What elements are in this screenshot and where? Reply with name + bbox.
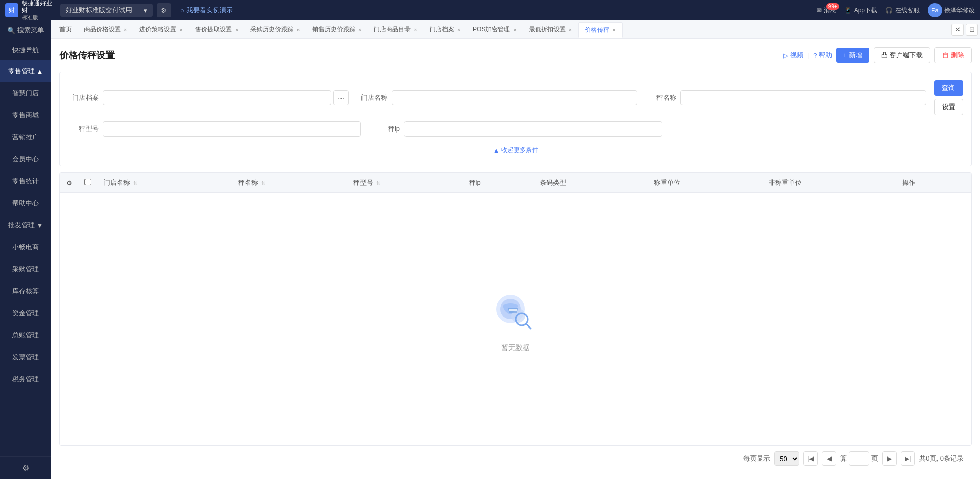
scale-name-field: 秤名称 — [646, 90, 926, 105]
tab-store-archive[interactable]: 门店档案 × — [423, 22, 466, 37]
video-link[interactable]: ▷ 视频 — [783, 51, 803, 60]
sidebar-item-purchase-mgmt[interactable]: 采购管理 — [0, 258, 51, 280]
tab-bar: 首页 商品价格设置 × 进价策略设置 × 售价提取设置 × 采购历史价跟踪 × — [51, 20, 980, 39]
scale-name-label: 秤名称 — [646, 93, 676, 102]
store-archive-label: 门店档案 — [68, 93, 99, 102]
page-title: 价格传秤设置 — [59, 49, 115, 61]
sidebar-item-member-center[interactable]: 会员中心 — [0, 148, 51, 170]
message-icon: ✉ — [817, 7, 822, 14]
col-scale-model[interactable]: 秤型号 ⇅ — [347, 173, 462, 193]
download-btn[interactable]: 凸 客户端下载 — [874, 47, 931, 63]
help-link[interactable]: ? 帮助 — [813, 51, 832, 60]
store-name-field: 门店名称 — [357, 90, 637, 105]
tab-sale-price[interactable]: 售价提取设置 × — [189, 22, 244, 37]
scale-name-input[interactable] — [680, 90, 926, 105]
col-scale-name[interactable]: 秤名称 ⇅ — [232, 173, 347, 193]
separator: | — [807, 52, 809, 59]
data-table: ⚙ 门店名称 ⇅ 秤名称 ⇅ — [60, 173, 971, 193]
store-name-input[interactable] — [392, 90, 637, 105]
tab-close-store-catalog[interactable]: × — [414, 27, 417, 33]
query-btn[interactable]: 查询 — [934, 80, 963, 96]
scale-model-input[interactable] — [103, 121, 361, 137]
page-label-prefix: 算 — [840, 454, 847, 463]
tab-min-discount[interactable]: 最低折扣设置 × — [523, 22, 578, 37]
tab-close-sale-price[interactable]: × — [235, 27, 238, 33]
edition-selector[interactable]: 好业财标准版交付试用 ▾ — [60, 4, 153, 17]
sidebar-item-help-center[interactable]: 帮助中心 — [0, 192, 51, 214]
tab-purchase-strategy[interactable]: 进价策略设置 × — [133, 22, 188, 37]
sidebar: 🔍 搜索菜单 快捷导航 零售管理 ▲ 智慧门店 零售商城 营销推广 会员中心 — [0, 20, 51, 479]
sidebar-item-marketing[interactable]: 营销推广 — [0, 126, 51, 148]
message-btn[interactable]: ✉ 消息 99+ — [817, 6, 836, 15]
scale-ip-input[interactable] — [404, 121, 662, 137]
tab-sales-history[interactable]: 销售历史价跟踪 × — [306, 22, 368, 37]
tab-controls: ✕ ⊡ — [951, 24, 978, 36]
sidebar-item-retail-mall[interactable]: 零售商城 — [0, 104, 51, 126]
tab-goods-price[interactable]: 商品价格设置 × — [78, 22, 133, 37]
sidebar-item-smart-store[interactable]: 智慧门店 — [0, 82, 51, 104]
tab-close-pos-mgmt[interactable]: × — [513, 27, 516, 33]
message-badge: 99+ — [826, 3, 839, 10]
prev-page-btn[interactable]: ◀ — [822, 451, 836, 466]
next-page-btn[interactable]: ▶ — [882, 451, 897, 466]
tab-maximize-btn[interactable]: ⊡ — [966, 24, 978, 36]
app-download-btn[interactable]: 📱 App下载 — [844, 6, 877, 15]
demo-link[interactable]: ○ 我要看实例演示 — [180, 6, 233, 15]
delete-btn[interactable]: 自 删除 — [934, 47, 972, 63]
user-menu[interactable]: Ea 徐泽华修改 — [928, 3, 975, 17]
empty-text: 暂无数据 — [501, 343, 530, 353]
sort-icon: ⇅ — [261, 180, 265, 186]
sidebar-item-tax-mgmt[interactable]: 税务管理 — [0, 368, 51, 390]
page-label-suffix: 页 — [871, 454, 878, 463]
pagination-bar: 每页显示 50 |◀ ◀ 算 1 页 ▶ ▶| 共0页, 0条记录 — [59, 446, 972, 471]
tab-close-btn[interactable]: ✕ — [951, 24, 964, 36]
last-page-btn[interactable]: ▶| — [901, 451, 915, 466]
help-icon: ? — [813, 52, 817, 59]
tab-close-min-discount[interactable]: × — [569, 27, 572, 33]
sidebar-item-invoice-mgmt[interactable]: 发票管理 — [0, 346, 51, 368]
col-checkbox — [78, 173, 97, 193]
first-page-btn[interactable]: |◀ — [803, 451, 818, 466]
col-settings[interactable]: ⚙ — [60, 173, 78, 193]
sidebar-item-xiaoban-ecom[interactable]: 小畅电商 — [0, 236, 51, 258]
tab-close-price-scale[interactable]: × — [612, 27, 615, 33]
page-size-select[interactable]: 50 — [774, 451, 799, 466]
sidebar-search[interactable]: 🔍 搜索菜单 — [0, 20, 51, 40]
sidebar-quick-nav[interactable]: 快捷导航 — [0, 40, 51, 60]
tab-close-purchase-history[interactable]: × — [296, 27, 300, 33]
store-archive-dots-btn[interactable]: ··· — [333, 90, 349, 105]
tab-close-sales-history[interactable]: × — [358, 27, 361, 33]
sidebar-item-inventory[interactable]: 库存核算 — [0, 280, 51, 302]
store-archive-input[interactable] — [103, 90, 331, 105]
tab-close-goods-price[interactable]: × — [124, 27, 127, 33]
sidebar-item-finance-mgmt[interactable]: 资金管理 — [0, 302, 51, 324]
tab-price-scale[interactable]: 价格传秤 × — [578, 22, 622, 38]
col-weight-unit: 称重单位 — [648, 173, 762, 193]
empty-state: 暂无数据 — [60, 193, 971, 445]
tab-purchase-history[interactable]: 采购历史价跟踪 × — [244, 22, 306, 37]
tab-pos-mgmt[interactable]: POS加密管理 × — [466, 22, 523, 37]
page-number-input[interactable]: 1 — [849, 451, 869, 466]
arrow-icon: ▲ — [37, 68, 44, 75]
settings-form-btn[interactable]: 设置 — [934, 99, 963, 115]
col-actions: 操作 — [896, 173, 971, 193]
online-service-btn[interactable]: 🎧 在线客服 — [885, 6, 920, 15]
col-store-name[interactable]: 门店名称 ⇅ — [97, 173, 232, 193]
sidebar-item-general-ledger[interactable]: 总账管理 — [0, 324, 51, 346]
tab-close-purchase-strategy[interactable]: × — [179, 27, 182, 33]
sidebar-item-wholesale-mgmt[interactable]: 批发管理 ▼ — [0, 214, 51, 236]
tab-home[interactable]: 首页 — [53, 22, 78, 37]
tab-store-catalog[interactable]: 门店商品目录 × — [368, 22, 423, 37]
sidebar-item-retail-mgmt[interactable]: 零售管理 ▲ — [0, 60, 51, 82]
scale-ip-label: 秤ip — [369, 124, 400, 134]
select-all-checkbox[interactable] — [84, 179, 91, 185]
collapse-btn[interactable]: ▲ 收起更多条件 — [493, 146, 538, 155]
sidebar-settings-btn[interactable]: ⚙ — [0, 456, 51, 479]
edition-settings-btn[interactable]: ⚙ — [157, 3, 171, 17]
sidebar-item-retail-stats[interactable]: 零售统计 — [0, 170, 51, 192]
form-row-1: 门店档案 ··· 门店名称 秤名称 — [68, 80, 963, 115]
add-btn[interactable]: + 新增 — [836, 48, 869, 63]
tab-close-store-archive[interactable]: × — [457, 27, 460, 33]
avatar: Ea — [928, 3, 942, 17]
header-right: ✉ 消息 99+ 📱 App下载 🎧 在线客服 Ea 徐泽华修改 — [817, 3, 975, 17]
